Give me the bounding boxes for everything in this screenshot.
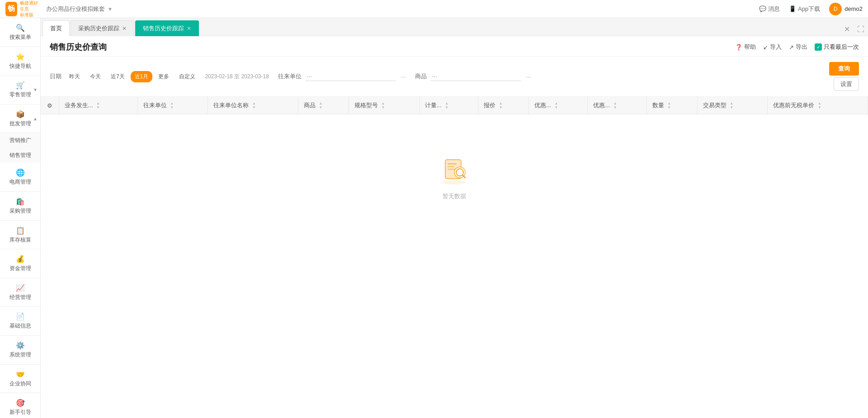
th-settings[interactable]: ⚙ xyxy=(41,97,59,114)
user-menu[interactable]: D demo2 xyxy=(829,3,863,15)
date-filter-label: 日期 xyxy=(50,72,61,81)
th-quote[interactable]: 报价 ▲▼ xyxy=(478,97,529,114)
counterpart-filter-group: 往来单位 ··· xyxy=(278,72,406,81)
th-trade-type[interactable]: 交易类型 ▲▼ xyxy=(697,97,768,114)
settings-button[interactable]: 设置 xyxy=(834,77,859,91)
sidebar-item-new-user-guide[interactable]: 🎯 新手引导 xyxy=(0,393,40,418)
sidebar-item-ecommerce-mgmt[interactable]: 🌐 电商管理 xyxy=(0,163,40,192)
sidebar-item-label: 资金管理 xyxy=(9,265,31,272)
svg-rect-2 xyxy=(448,163,457,165)
export-button[interactable]: ↗ 导出 xyxy=(789,43,807,51)
th-pretax-price[interactable]: 优惠前无税单价 ▲▼ xyxy=(768,97,868,114)
import-icon: ↙ xyxy=(763,44,768,51)
header-left: 畅 畅捷通好生意 标准版 办公用品行业模拟账套 ▼ xyxy=(5,0,113,18)
product-filter-group: 商品 ··· xyxy=(415,72,531,81)
only-last-checkbox[interactable]: ✓ 只看最后一次 xyxy=(815,43,859,51)
date-btn-custom[interactable]: 自定义 xyxy=(175,71,199,82)
sidebar-item-wholesale-mgmt[interactable]: 📦 批发管理 ▲ xyxy=(0,104,40,133)
sidebar-item-label: 批发管理 xyxy=(9,120,31,128)
star-icon: ⭐ xyxy=(16,52,25,61)
sidebar-item-search-menu[interactable]: 🔍 搜索菜单 xyxy=(0,18,40,47)
sidebar-item-label: 搜索菜单 xyxy=(9,34,31,41)
th-spec[interactable]: 规格型号 ▲▼ xyxy=(349,97,419,114)
th-discount2[interactable]: 优惠... ▲▼ xyxy=(588,97,646,114)
data-table: ⚙ 业务发生... ▲▼ 往来单位 ▲▼ 往来单位名称 xyxy=(41,97,868,114)
sidebar-item-label: 系统管理 xyxy=(9,352,31,359)
sidebar-item-label: 新手引导 xyxy=(9,409,31,416)
sidebar-item-enterprise-collab[interactable]: 🤝 企业协同 xyxy=(0,365,40,394)
sort-icon: ▲▼ xyxy=(667,102,671,109)
gear-icon: ⚙ xyxy=(47,102,52,109)
money-icon: 💰 xyxy=(16,255,25,263)
th-biz-date[interactable]: 业务发生... ▲▼ xyxy=(59,97,137,114)
date-buttons: 昨天 今天 近7天 近1月 更多 自定义 xyxy=(65,71,199,82)
sidebar-item-marketing[interactable]: 营销推广 xyxy=(0,133,40,148)
page-content: 销售历史价查询 ❓ 帮助 ↙ 导入 ↗ 导出 ✓ xyxy=(41,36,868,418)
date-btn-1month[interactable]: 近1月 xyxy=(131,71,153,82)
tab-purchase-history[interactable]: 采购历史价跟踪 ✕ xyxy=(71,20,134,36)
filter-right-actions: 查询 设置 xyxy=(829,62,859,91)
tab-label: 首页 xyxy=(50,24,62,33)
th-counterpart-name[interactable]: 往来单位名称 ▲▼ xyxy=(208,97,298,114)
sidebar-item-retail-mgmt[interactable]: 🛒 零售管理 ▼ xyxy=(0,76,40,104)
date-btn-7days[interactable]: 近7天 xyxy=(107,71,129,82)
tab-home[interactable]: 首页 xyxy=(42,20,70,36)
sidebar-item-quick-nav[interactable]: ⭐ 快捷导航 xyxy=(0,47,40,76)
sidebar-item-basic-info[interactable]: 📄 基础信息 xyxy=(0,307,40,336)
svg-rect-3 xyxy=(448,166,454,167)
doc-icon: 📄 xyxy=(16,312,25,321)
tab-bar: 首页 采购历史价跟踪 ✕ 销售历史价跟踪 ✕ ✕ ⛶ xyxy=(41,18,868,36)
tab-sales-history[interactable]: 销售历史价跟踪 ✕ xyxy=(135,20,199,36)
date-btn-more[interactable]: 更多 xyxy=(154,71,173,82)
breadcrumb-text: 办公用品行业模拟账套 xyxy=(46,5,105,13)
th-quantity[interactable]: 数量 ▲▼ xyxy=(646,97,697,114)
date-btn-yesterday[interactable]: 昨天 xyxy=(65,71,84,82)
product-input[interactable] xyxy=(430,72,521,81)
cart-icon: 🛒 xyxy=(16,81,25,90)
sidebar-item-sales-mgmt[interactable]: 销售管理 xyxy=(0,148,40,163)
clipboard-icon: 📋 xyxy=(16,226,25,235)
th-discount1[interactable]: 优惠... ▲▼ xyxy=(529,97,588,114)
import-button[interactable]: ↙ 导入 xyxy=(763,43,782,51)
sort-icon: ▲▼ xyxy=(730,102,733,109)
shopping-icon: 🛍️ xyxy=(16,197,25,206)
globe-icon: 🌐 xyxy=(16,168,25,177)
page-actions: ❓ 帮助 ↙ 导入 ↗ 导出 ✓ 只看最后一次 xyxy=(735,43,859,51)
date-range-text: 2023-02-18 至 2023-03-18 xyxy=(205,73,269,81)
username: demo2 xyxy=(844,5,863,12)
sidebar-item-inventory-check[interactable]: 📋 库存核算 xyxy=(0,221,40,250)
sort-icon: ▲▼ xyxy=(499,102,503,109)
help-button[interactable]: ❓ 帮助 xyxy=(735,43,756,51)
sidebar-item-system-settings[interactable]: ⚙️ 系统管理 xyxy=(0,336,40,365)
date-btn-today[interactable]: 今天 xyxy=(86,71,105,82)
date-filter-group: 日期 昨天 今天 近7天 近1月 更多 自定义 2023-02-18 至 202… xyxy=(50,71,269,82)
sidebar-item-purchase-mgmt[interactable]: 🛍️ 采购管理 xyxy=(0,192,40,221)
app-download-button[interactable]: 📱 App下载 xyxy=(789,5,820,13)
close-icon[interactable]: ✕ xyxy=(187,26,191,31)
message-button[interactable]: 💬 消息 xyxy=(759,5,780,13)
avatar: D xyxy=(829,3,842,15)
product-filter-label: 商品 xyxy=(415,72,427,81)
counterpart-input[interactable] xyxy=(305,72,396,81)
close-window-icon[interactable]: ✕ xyxy=(842,23,852,35)
download-icon: 📱 xyxy=(789,5,796,12)
sidebar-item-finance-mgmt[interactable]: 💰 资金管理 xyxy=(0,249,40,278)
empty-text: 暂无数据 xyxy=(443,192,466,200)
th-product[interactable]: 商品 ▲▼ xyxy=(298,97,349,114)
maximize-icon[interactable]: ⛶ xyxy=(855,24,866,35)
close-icon[interactable]: ✕ xyxy=(122,26,127,31)
message-icon: 💬 xyxy=(759,5,766,12)
th-unit[interactable]: 计量... ▲▼ xyxy=(419,97,478,114)
sort-icon: ▲▼ xyxy=(555,102,558,109)
query-button[interactable]: 查询 xyxy=(829,62,859,76)
sidebar-item-operations-mgmt[interactable]: 📈 经营管理 xyxy=(0,278,40,307)
counterpart-filter-label: 往来单位 xyxy=(278,72,302,81)
help-icon: ❓ xyxy=(735,44,742,51)
th-counterpart-code[interactable]: 往来单位 ▲▼ xyxy=(137,97,208,114)
page-header: 销售历史价查询 ❓ 帮助 ↙ 导入 ↗ 导出 ✓ xyxy=(41,36,868,57)
sort-icon: ▲▼ xyxy=(170,102,174,109)
breadcrumb: 办公用品行业模拟账套 ▼ xyxy=(46,5,113,13)
empty-state: 暂无数据 xyxy=(41,114,868,237)
svg-point-0 xyxy=(443,180,466,185)
svg-rect-4 xyxy=(448,169,456,170)
